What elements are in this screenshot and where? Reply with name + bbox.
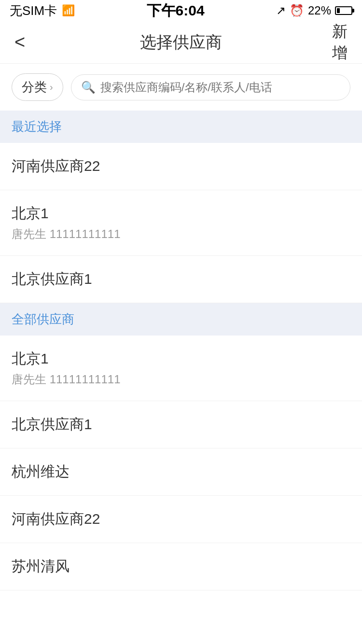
recent-section-header: 最近选择 (0, 111, 362, 143)
nav-bar: < 选择供应商 新增 (0, 21, 362, 64)
item-name: 北京1 (12, 349, 350, 369)
category-label: 分类 (22, 79, 47, 96)
search-box: 🔍 (71, 74, 350, 100)
list-item[interactable]: 苏州清风 (0, 543, 362, 590)
list-item[interactable]: 北京1 唐先生 11111111111 (0, 336, 362, 401)
add-button[interactable]: 新增 (319, 21, 348, 64)
wifi-icon: 📶 (62, 4, 75, 17)
filter-bar: 分类 › 🔍 (0, 64, 362, 111)
category-filter-button[interactable]: 分类 › (12, 73, 63, 101)
alarm-icon: ⏰ (290, 4, 304, 17)
item-name: 北京1 (12, 204, 350, 224)
all-section-header: 全部供应商 (0, 303, 362, 336)
location-icon: ↗ (276, 4, 286, 17)
list-item[interactable]: 河南供应商22 (0, 496, 362, 543)
chevron-right-icon: › (50, 82, 53, 93)
all-section-title: 全部供应商 (12, 312, 74, 326)
status-bar: 无SIM卡 📶 下午6:04 ↗ ⏰ 22% (0, 0, 362, 21)
search-input[interactable] (100, 81, 340, 94)
page-title: 选择供应商 (140, 31, 222, 54)
search-icon: 🔍 (81, 81, 96, 94)
recent-section-title: 最近选择 (12, 119, 62, 134)
recent-items-list: 河南供应商22 北京1 唐先生 11111111111 北京供应商1 (0, 143, 362, 303)
item-contact: 唐先生 11111111111 (12, 226, 350, 242)
item-contact: 唐先生 11111111111 (12, 372, 350, 387)
status-carrier: 无SIM卡 📶 (10, 2, 75, 19)
all-items-list: 北京1 唐先生 11111111111 北京供应商1 杭州维达 河南供应商22 … (0, 336, 362, 590)
back-button[interactable]: < (14, 32, 43, 53)
item-name: 杭州维达 (12, 462, 350, 482)
list-item[interactable]: 北京供应商1 (0, 256, 362, 303)
item-name: 河南供应商22 (12, 156, 350, 176)
status-right: ↗ ⏰ 22% (276, 4, 352, 17)
list-item[interactable]: 北京供应商1 (0, 401, 362, 448)
list-item[interactable]: 杭州维达 (0, 448, 362, 496)
status-time: 下午6:04 (147, 1, 205, 21)
list-item[interactable]: 北京1 唐先生 11111111111 (0, 190, 362, 256)
item-name: 北京供应商1 (12, 269, 350, 289)
item-name: 河南供应商22 (12, 509, 350, 529)
item-name: 苏州清风 (12, 557, 350, 576)
item-name: 北京供应商1 (12, 415, 350, 434)
list-item[interactable]: 河南供应商22 (0, 143, 362, 190)
battery-percent: 22% (308, 4, 331, 17)
battery-icon (335, 6, 352, 15)
